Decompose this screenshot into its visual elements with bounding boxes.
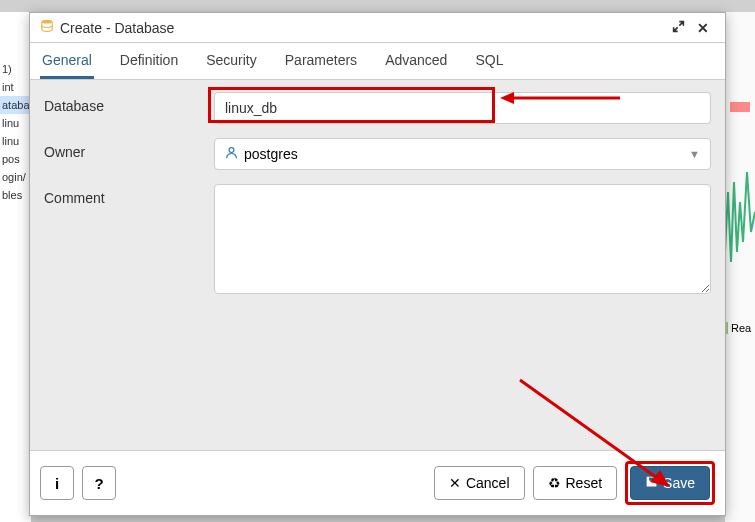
close-icon: ✕	[449, 475, 461, 491]
tab-advanced[interactable]: Advanced	[383, 43, 449, 79]
tab-security[interactable]: Security	[204, 43, 259, 79]
comment-label: Comment	[44, 184, 214, 206]
cancel-button[interactable]: ✕ Cancel	[434, 466, 525, 500]
user-icon	[225, 146, 238, 162]
recycle-icon: ♻	[548, 475, 561, 491]
close-icon[interactable]: ✕	[691, 20, 715, 36]
owner-label: Owner	[44, 138, 214, 160]
form-body: Database Owner postgres ▼ Comment	[30, 80, 725, 450]
tab-general[interactable]: General	[40, 43, 94, 79]
dialog-titlebar: Create - Database ✕	[30, 13, 725, 43]
dashboard-partial: Rea	[725, 12, 755, 522]
tab-parameters[interactable]: Parameters	[283, 43, 359, 79]
save-disk-icon	[645, 475, 658, 491]
chevron-down-icon: ▼	[689, 148, 700, 160]
owner-select[interactable]: postgres ▼	[214, 138, 711, 170]
owner-value: postgres	[244, 146, 298, 162]
database-input[interactable]	[214, 92, 711, 124]
dialog-title: Create - Database	[60, 20, 174, 36]
svg-point-0	[42, 20, 53, 24]
annotation-highlight-save: Save	[625, 461, 715, 505]
help-button[interactable]: ?	[82, 466, 116, 500]
svg-point-1	[229, 148, 234, 153]
database-label: Database	[44, 92, 214, 114]
database-icon	[40, 19, 54, 36]
dialog-tabs: General Definition Security Parameters A…	[30, 43, 725, 80]
reset-button[interactable]: ♻ Reset	[533, 466, 618, 500]
create-database-dialog: Create - Database ✕ General Definition S…	[29, 12, 726, 516]
maximize-icon[interactable]	[666, 20, 691, 36]
dialog-footer: i ? ✕ Cancel ♻ Reset Save	[30, 450, 725, 515]
comment-textarea[interactable]	[214, 184, 711, 294]
tab-definition[interactable]: Definition	[118, 43, 180, 79]
save-button[interactable]: Save	[630, 466, 710, 500]
info-button[interactable]: i	[40, 466, 74, 500]
tab-sql[interactable]: SQL	[473, 43, 505, 79]
browser-tree-partial: 1) int ataba linu linu pos ogin/ bles	[0, 12, 32, 522]
